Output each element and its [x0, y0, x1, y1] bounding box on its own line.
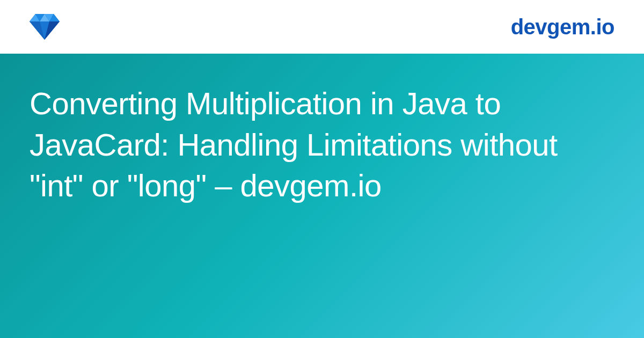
gem-icon-svg — [30, 14, 60, 40]
hero-section: Converting Multiplication in Java to Jav… — [0, 54, 644, 338]
header-bar: devgem.io — [0, 0, 644, 54]
page-title: Converting Multiplication in Java to Jav… — [30, 83, 593, 207]
brand-name: devgem.io — [511, 15, 614, 39]
gem-icon — [30, 12, 60, 42]
